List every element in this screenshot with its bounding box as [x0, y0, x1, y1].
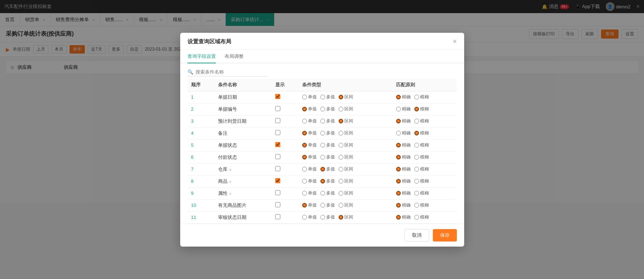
- cond-multi-label[interactable]: 多值: [320, 202, 335, 203]
- cond-single-radio[interactable]: [302, 191, 307, 196]
- cond-range-radio[interactable]: [339, 143, 343, 148]
- cond-range-radio[interactable]: [339, 191, 343, 196]
- cond-range-label[interactable]: 区间: [339, 178, 353, 184]
- match-fuzzy-label[interactable]: 模糊: [414, 94, 429, 100]
- cond-single-label[interactable]: 单值: [302, 166, 317, 172]
- cond-range-label[interactable]: 区间: [339, 118, 353, 124]
- match-exact-radio[interactable]: [396, 191, 401, 196]
- display-checkbox-2[interactable]: [275, 118, 280, 123]
- match-fuzzy-label[interactable]: 模糊: [414, 190, 429, 196]
- match-fuzzy-label[interactable]: 模糊: [414, 166, 429, 172]
- cond-single-label[interactable]: 单值: [302, 106, 317, 112]
- cond-multi-label[interactable]: 多值: [320, 142, 335, 148]
- display-checkbox-7[interactable]: [275, 178, 280, 183]
- cond-multi-label[interactable]: 多值: [320, 178, 335, 184]
- match-fuzzy-label[interactable]: 模糊: [414, 178, 429, 184]
- match-fuzzy-radio[interactable]: [414, 143, 419, 148]
- cond-single-radio[interactable]: [302, 167, 307, 172]
- match-exact-radio[interactable]: [396, 167, 401, 172]
- cond-single-radio[interactable]: [302, 143, 307, 148]
- cond-multi-radio[interactable]: [320, 131, 325, 135]
- cond-range-radio[interactable]: [339, 107, 343, 111]
- search-input[interactable]: [195, 69, 261, 75]
- cond-multi-label[interactable]: 多值: [320, 166, 335, 172]
- display-checkbox-4[interactable]: [275, 142, 280, 147]
- cond-single-label[interactable]: 单值: [302, 190, 317, 196]
- cond-single-radio[interactable]: [302, 107, 307, 111]
- match-exact-label[interactable]: 精确: [396, 94, 411, 100]
- cond-multi-radio[interactable]: [320, 179, 325, 184]
- cond-range-label[interactable]: 区间: [339, 202, 353, 203]
- match-fuzzy-radio[interactable]: [414, 155, 419, 160]
- match-fuzzy-label[interactable]: 模糊: [414, 142, 429, 148]
- cond-multi-radio[interactable]: [320, 167, 325, 172]
- match-exact-label[interactable]: 精确: [396, 190, 411, 196]
- match-fuzzy-label[interactable]: 模糊: [414, 202, 429, 203]
- cond-multi-label[interactable]: 多值: [320, 154, 335, 160]
- tab-field-settings[interactable]: 查询字段设置: [187, 50, 216, 63]
- match-exact-radio[interactable]: [396, 131, 401, 135]
- cond-single-label[interactable]: 单值: [302, 94, 317, 100]
- display-checkbox-0[interactable]: [275, 94, 280, 99]
- match-exact-radio[interactable]: [396, 155, 401, 160]
- cond-range-radio[interactable]: [339, 119, 343, 123]
- cond-range-label[interactable]: 区间: [339, 130, 353, 136]
- cond-multi-label[interactable]: 多值: [320, 190, 335, 196]
- tab-layout-adjust[interactable]: 布局调整: [225, 50, 244, 63]
- cond-single-label[interactable]: 单值: [302, 202, 317, 203]
- match-fuzzy-label[interactable]: 模糊: [414, 118, 429, 124]
- match-exact-radio[interactable]: [396, 143, 401, 148]
- cond-range-radio[interactable]: [339, 131, 343, 135]
- cond-range-label[interactable]: 区间: [339, 94, 353, 100]
- cond-single-radio[interactable]: [302, 155, 307, 160]
- cond-single-label[interactable]: 单值: [302, 178, 317, 184]
- match-exact-radio[interactable]: [396, 119, 401, 123]
- cond-multi-label[interactable]: 多值: [320, 118, 335, 124]
- cond-single-label[interactable]: 单值: [302, 154, 317, 160]
- cond-multi-label[interactable]: 多值: [320, 94, 335, 100]
- cond-single-label[interactable]: 单值: [302, 142, 317, 148]
- display-checkbox-9[interactable]: [275, 202, 280, 203]
- cond-range-label[interactable]: 区间: [339, 154, 353, 160]
- match-fuzzy-label[interactable]: 模糊: [414, 130, 429, 136]
- cond-multi-label[interactable]: 多值: [320, 106, 335, 112]
- cond-range-radio[interactable]: [339, 95, 343, 99]
- match-exact-label[interactable]: 精确: [396, 142, 411, 148]
- cond-range-label[interactable]: 区间: [339, 190, 353, 196]
- match-exact-label[interactable]: 精确: [396, 178, 411, 184]
- match-exact-label[interactable]: 精确: [396, 106, 411, 112]
- cond-multi-radio[interactable]: [320, 107, 325, 111]
- cond-single-label[interactable]: 单值: [302, 130, 317, 136]
- match-fuzzy-label[interactable]: 模糊: [414, 154, 429, 160]
- display-checkbox-3[interactable]: [275, 130, 280, 135]
- match-exact-radio[interactable]: [396, 107, 401, 111]
- match-exact-label[interactable]: 精确: [396, 118, 411, 124]
- cond-multi-radio[interactable]: [320, 191, 325, 196]
- cond-single-radio[interactable]: [302, 131, 307, 135]
- match-exact-label[interactable]: 精确: [396, 166, 411, 172]
- display-checkbox-1[interactable]: [275, 106, 280, 111]
- cond-range-radio[interactable]: [339, 179, 343, 184]
- match-exact-label[interactable]: 精确: [396, 154, 411, 160]
- match-fuzzy-radio[interactable]: [414, 95, 419, 99]
- cond-single-radio[interactable]: [302, 179, 307, 184]
- cond-multi-radio[interactable]: [320, 95, 325, 99]
- match-fuzzy-radio[interactable]: [414, 119, 419, 123]
- match-exact-radio[interactable]: [396, 95, 401, 99]
- cond-multi-label[interactable]: 多值: [320, 130, 335, 136]
- display-checkbox-5[interactable]: [275, 154, 280, 159]
- cond-range-label[interactable]: 区间: [339, 142, 353, 148]
- modal-close-btn[interactable]: ×: [453, 38, 457, 46]
- cond-range-radio[interactable]: [339, 155, 343, 160]
- match-fuzzy-label[interactable]: 模糊: [414, 106, 429, 112]
- cond-single-label[interactable]: 单值: [302, 118, 317, 124]
- match-fuzzy-radio[interactable]: [414, 167, 419, 172]
- match-fuzzy-radio[interactable]: [414, 191, 419, 196]
- match-exact-label[interactable]: 精确: [396, 202, 411, 203]
- cond-range-radio[interactable]: [339, 167, 343, 172]
- match-fuzzy-radio[interactable]: [414, 131, 419, 135]
- cond-range-label[interactable]: 区间: [339, 166, 353, 172]
- cond-multi-radio[interactable]: [320, 119, 325, 123]
- match-exact-label[interactable]: 精确: [396, 130, 411, 136]
- cond-single-radio[interactable]: [302, 95, 307, 99]
